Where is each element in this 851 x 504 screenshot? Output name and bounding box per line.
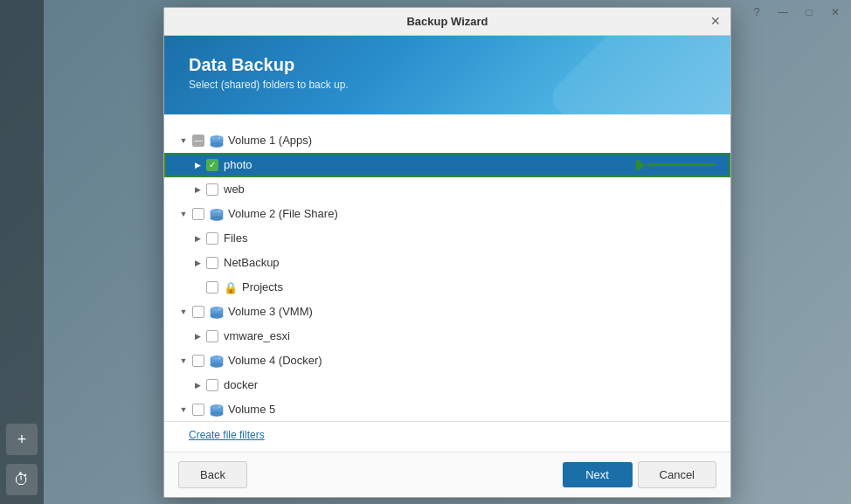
modal-title: Backup Wizard [406, 15, 488, 28]
next-button[interactable]: Next [563, 462, 633, 487]
desktop: ? — □ ✕ + ⏱ Backup Wizard ✕ Data Backup … [0, 0, 851, 504]
checkbox-web[interactable] [206, 183, 218, 196]
checkbox-vmware[interactable] [206, 330, 218, 342]
folder-icon-projects: 🔒 [224, 280, 238, 294]
item-label-vmware: vmware_esxi [224, 329, 290, 342]
tree-item-projects[interactable]: 🔒Projects [164, 275, 730, 300]
svg-point-2 [211, 143, 223, 148]
expand-btn-vol3[interactable]: ▼ [175, 303, 192, 321]
modal-header-subtitle: Select (shared) folders to back up. [189, 79, 706, 91]
folder-icon-vol2 [210, 206, 224, 221]
checkbox-files[interactable] [206, 232, 218, 245]
modal-close-button[interactable]: ✕ [708, 13, 723, 29]
svg-point-4 [218, 137, 220, 139]
folder-icon-vol3 [210, 304, 224, 319]
item-label-files: Files [224, 231, 247, 245]
taskbar: + ⏱ [0, 0, 44, 504]
create-file-filters-link[interactable]: Create file filters [164, 422, 730, 448]
item-label-netbackup: NetBackup [224, 256, 280, 269]
checkbox-vol3[interactable] [192, 306, 204, 318]
item-label-projects: Projects [242, 280, 283, 293]
add-button[interactable]: + [6, 424, 38, 455]
svg-point-9 [218, 211, 220, 212]
svg-point-19 [218, 357, 220, 359]
modal-body: ▼— Volume 1 (Apps)▶✓photo ▶web▼ Volume 2… [164, 114, 730, 452]
svg-point-3 [211, 136, 223, 141]
tree-item-vol1[interactable]: ▼— Volume 1 (Apps) [164, 128, 730, 153]
item-label-vol2: Volume 2 (File Share) [228, 207, 338, 220]
arrow-annotation [636, 159, 716, 171]
checkbox-vol1[interactable]: — [192, 135, 204, 147]
expand-btn-vol1[interactable]: ▼ [175, 132, 192, 149]
item-label-web: web [224, 183, 245, 196]
tree-item-vol2[interactable]: ▼ Volume 2 (File Share) [164, 202, 730, 226]
expand-btn-netbackup[interactable]: ▶ [189, 254, 206, 272]
expand-btn-vmware[interactable]: ▶ [189, 328, 206, 345]
cancel-button[interactable]: Cancel [638, 461, 716, 488]
svg-point-13 [211, 307, 223, 312]
svg-point-12 [211, 314, 223, 319]
history-button[interactable]: ⏱ [6, 464, 38, 495]
tree-item-vol3[interactable]: ▼ Volume 3 (VMM) [164, 300, 730, 324]
item-label-photo: photo [224, 158, 253, 171]
svg-point-17 [211, 363, 223, 368]
footer-right-buttons: Next Cancel [563, 461, 716, 488]
folder-icon-vol5 [210, 402, 224, 417]
checkbox-docker[interactable] [206, 379, 218, 391]
expand-btn-vol2[interactable]: ▼ [175, 205, 192, 223]
item-label-vol3: Volume 3 (VMM) [228, 305, 313, 318]
tree-item-vmware[interactable]: ▶vmware_esxi [164, 324, 730, 349]
folder-tree[interactable]: ▼— Volume 1 (Apps)▶✓photo ▶web▼ Volume 2… [164, 125, 730, 422]
modal-titlebar: Backup Wizard ✕ [164, 8, 730, 36]
modal-header-title: Data Backup [189, 55, 706, 75]
modal-footer: Back Next Cancel [164, 452, 730, 497]
item-label-vol4: Volume 4 (Docker) [228, 354, 322, 367]
tree-item-files[interactable]: ▶Files [164, 226, 730, 251]
expand-btn-web[interactable]: ▶ [189, 181, 206, 198]
tree-item-netbackup[interactable]: ▶NetBackup [164, 251, 730, 275]
svg-point-18 [211, 356, 223, 361]
item-label-vol1: Volume 1 (Apps) [228, 134, 312, 147]
modal-header: Data Backup Select (shared) folders to b… [164, 36, 730, 114]
svg-point-14 [218, 308, 220, 310]
expand-btn-files[interactable]: ▶ [189, 230, 206, 247]
tree-item-web[interactable]: ▶web [164, 177, 730, 202]
backup-wizard-modal: Backup Wizard ✕ Data Backup Select (shar… [163, 7, 731, 498]
modal-overlay: Backup Wizard ✕ Data Backup Select (shar… [44, 0, 851, 504]
checkbox-netbackup[interactable] [206, 257, 218, 269]
checkbox-vol4[interactable] [192, 355, 204, 367]
item-label-docker: docker [224, 378, 258, 391]
tree-item-vol5[interactable]: ▼ Volume 5 [164, 397, 730, 422]
expand-btn-docker[interactable]: ▶ [189, 376, 206, 394]
back-button[interactable]: Back [178, 461, 247, 488]
checkbox-photo[interactable]: ✓ [206, 159, 218, 171]
tree-item-docker[interactable]: ▶docker [164, 373, 730, 397]
svg-point-24 [218, 406, 220, 408]
folder-icon-vol4 [210, 353, 224, 368]
tree-item-vol4[interactable]: ▼ Volume 4 (Docker) [164, 349, 730, 373]
folder-icon-vol1 [210, 133, 224, 148]
tree-item-photo[interactable]: ▶✓photo [164, 153, 730, 177]
expand-btn-vol4[interactable]: ▼ [175, 352, 192, 369]
checkbox-vol5[interactable] [192, 404, 204, 416]
svg-point-8 [211, 210, 223, 214]
svg-point-22 [211, 412, 223, 417]
checkbox-vol2[interactable] [192, 208, 204, 220]
expand-btn-photo[interactable]: ▶ [189, 156, 206, 174]
checkbox-projects[interactable] [206, 281, 218, 293]
svg-point-23 [211, 405, 223, 410]
expand-btn-vol5[interactable]: ▼ [175, 401, 192, 418]
item-label-vol5: Volume 5 [228, 403, 275, 416]
svg-point-7 [211, 217, 223, 221]
